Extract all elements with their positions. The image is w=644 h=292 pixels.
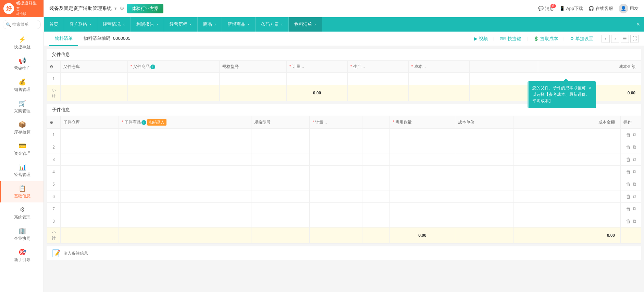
child-goods-7[interactable] [119,203,251,215]
child-goods-4[interactable] [119,166,251,178]
nav-next-button[interactable]: › [611,35,619,43]
trial-button[interactable]: 体验行业方案 [127,4,163,13]
parent-cost-cell[interactable] [408,73,469,85]
child-unit-price-2[interactable] [455,141,513,153]
sidebar-item-system[interactable]: ⚙ 系统管理 [0,202,44,224]
child-warehouse-7[interactable] [61,203,119,215]
tab-history-close[interactable]: × [189,22,191,26]
copy-icon-4[interactable]: ⧉ [633,169,636,175]
sub-tab-bom-list[interactable]: 物料清单 [49,32,78,46]
sidebar-item-sales[interactable]: 💰 销售管理 [0,75,44,96]
child-unit-price-5[interactable] [455,178,513,190]
sidebar-item-operations[interactable]: 📊 经营管理 [0,160,44,181]
delete-icon-3[interactable]: 🗑 [626,157,631,162]
online-support-button[interactable]: 🎧 在线客服 [589,5,613,12]
tab-customer[interactable]: 客户联络 × [64,17,97,32]
tab-goods-close[interactable]: × [214,22,216,26]
parent-goods-cell[interactable] [127,73,219,85]
tab-profit-close[interactable]: × [156,22,158,26]
child-unit-5[interactable] [309,178,362,190]
child-goods-3[interactable] [119,153,251,166]
parent-unit-cell[interactable] [287,73,348,85]
child-unit-price-4[interactable] [455,166,513,178]
sidebar-item-guide[interactable]: 🎯 新手引导 [0,245,44,266]
child-quantity-1[interactable] [390,129,455,141]
child-warehouse-3[interactable] [61,153,119,166]
sub-tab-bom-code[interactable]: 物料清单编码 0000005 [78,32,136,46]
delete-icon-6[interactable]: 🗑 [626,194,631,199]
child-unit-7[interactable] [309,203,362,215]
tab-new-goods[interactable]: 新增商品 × [222,17,255,32]
child-unit-price-7[interactable] [455,203,513,215]
copy-icon-2[interactable]: ⧉ [633,144,636,150]
user-menu-button[interactable]: 👤 用友 [619,4,639,13]
tab-barcode-close[interactable]: × [281,22,283,26]
parent-col-setting[interactable]: ⚙ [47,61,61,73]
sidebar-item-marketing[interactable]: 📢 营销推广 [0,54,44,75]
delete-icon-2[interactable]: 🗑 [626,144,631,150]
delete-icon-8[interactable]: 🗑 [626,219,631,224]
settings-gear-icon[interactable]: ⚙ [120,5,124,12]
child-unit-1[interactable] [309,129,362,141]
delete-icon-1[interactable]: 🗑 [626,132,631,138]
child-quantity-3[interactable] [390,153,455,166]
copy-icon-5[interactable]: ⧉ [633,181,636,187]
sidebar-item-purchase[interactable]: 🛒 采购管理 [0,96,44,117]
sidebar-item-finance[interactable]: 💳 资金管理 [0,139,44,160]
delete-icon-7[interactable]: 🗑 [626,206,631,212]
cost-action-button[interactable]: 💲 提取成本 [533,36,558,42]
tab-history[interactable]: 经营历程 × [164,17,197,32]
remarks-input[interactable] [63,251,636,256]
video-action-button[interactable]: ▶ 视频 [474,36,488,42]
child-spec-7[interactable] [251,203,310,215]
child-quantity-8[interactable] [390,215,455,227]
tab-bom[interactable]: 物料清单 × [289,17,322,32]
search-menu-button[interactable]: 🔍 搜索菜单 [3,20,41,29]
sidebar-item-basic-info[interactable]: 📋 基础信息 [0,181,44,202]
tab-customer-close[interactable]: × [89,22,91,26]
child-quantity-5[interactable] [390,178,455,190]
tab-profit[interactable]: 利润报告 × [131,17,164,32]
sidebar-item-quick-nav[interactable]: ⚡ 快捷导航 [0,32,44,54]
child-unit-2[interactable] [309,141,362,153]
copy-icon-1[interactable]: ⧉ [633,132,636,138]
nav-expand-button[interactable]: ⛶ [630,35,639,43]
child-warehouse-1[interactable] [61,129,119,141]
child-warehouse-6[interactable] [61,190,119,203]
child-unit-price-3[interactable] [455,153,513,166]
child-unit-price-1[interactable] [455,129,513,141]
child-spec-5[interactable] [251,178,310,190]
child-spec-1[interactable] [251,129,310,141]
child-goods-1[interactable] [119,129,251,141]
parent-produce-cell[interactable] [347,73,408,85]
delete-icon-4[interactable]: 🗑 [626,169,631,175]
child-unit-3[interactable] [309,153,362,166]
message-button[interactable]: 💬 消息 6 [538,5,554,12]
child-warehouse-8[interactable] [61,215,119,227]
copy-icon-7[interactable]: ⧉ [633,206,636,212]
tab-barcode[interactable]: 条码方案 × [256,17,289,32]
child-quantity-2[interactable] [390,141,455,153]
child-quantity-6[interactable] [390,190,455,203]
child-spec-8[interactable] [251,215,310,227]
child-goods-8[interactable] [119,215,251,227]
sidebar-item-enterprise[interactable]: 🏢 企业协同 [0,224,44,245]
child-unit-6[interactable] [309,190,362,203]
child-warehouse-5[interactable] [61,178,119,190]
child-warehouse-2[interactable] [61,141,119,153]
close-all-tabs-button[interactable]: × [632,17,644,32]
nav-menu-button[interactable]: ☰ [621,35,629,43]
child-unit-price-6[interactable] [455,190,513,203]
settings-action-button[interactable]: ⚙ 单据设置 [570,36,593,42]
child-spec-6[interactable] [251,190,310,203]
nav-prev-button[interactable]: ‹ [602,35,610,43]
app-download-button[interactable]: 📱 App下载 [559,5,583,12]
scan-input-button[interactable]: 扫码录入 [147,119,166,126]
child-goods-2[interactable] [119,141,251,153]
child-goods-6[interactable] [119,190,251,203]
child-unit-price-8[interactable] [455,215,513,227]
sidebar-item-inventory[interactable]: 📦 库存核算 [0,117,44,139]
tab-new-goods-close[interactable]: × [247,22,249,26]
child-spec-3[interactable] [251,153,310,166]
parent-warehouse-cell[interactable] [61,73,128,85]
